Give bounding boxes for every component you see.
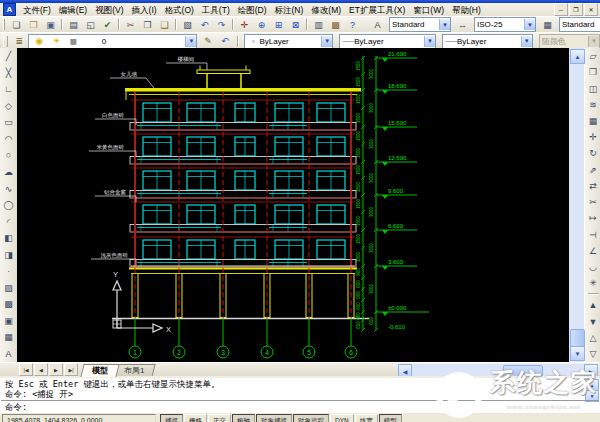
text-style-combo[interactable]: Standard ▼ xyxy=(389,17,451,32)
combo-arrow-icon[interactable]: ▼ xyxy=(521,36,532,47)
save-icon[interactable]: ▣ xyxy=(42,17,59,33)
trim-icon[interactable]: ✂ xyxy=(585,194,600,210)
menu-item[interactable]: 帮助(H) xyxy=(448,4,485,16)
combo-arrow-icon[interactable]: ▼ xyxy=(439,19,450,30)
status-toggle-模型[interactable]: 模型 xyxy=(379,414,402,422)
multiline-text-icon[interactable]: A xyxy=(0,346,17,363)
table-style-combo[interactable]: Standard xyxy=(559,17,600,32)
menu-item[interactable]: 绘图(D) xyxy=(234,4,271,16)
plot-preview-icon[interactable]: ◱ xyxy=(82,17,99,33)
extend-icon[interactable]: ↦ xyxy=(585,210,600,226)
fillet-icon[interactable]: ◡ xyxy=(585,259,600,275)
paste-icon[interactable]: ❑ xyxy=(156,17,173,33)
combo-arrow-icon[interactable]: ▼ xyxy=(524,19,535,30)
draworder-under-icon[interactable]: ▽ xyxy=(585,346,600,362)
elevation-marker[interactable] xyxy=(382,90,388,94)
elevation-marker[interactable] xyxy=(382,195,388,199)
rectangle-icon[interactable]: ▭ xyxy=(0,114,17,131)
open-icon[interactable]: ❒ xyxy=(25,17,42,33)
balcony-slab[interactable] xyxy=(130,225,356,233)
point-icon[interactable]: ∙ xyxy=(0,263,17,280)
explode-icon[interactable]: ✳ xyxy=(585,275,600,291)
chamfer-icon[interactable]: ∠ xyxy=(585,243,600,259)
color-combo[interactable]: ▫ ByLayer ▼ xyxy=(244,34,333,49)
horizontal-scrollbar[interactable]: ◀ ▶ xyxy=(398,364,598,376)
mirror-icon[interactable]: ◫ xyxy=(585,80,600,96)
tab-last-button[interactable]: ▶| xyxy=(64,363,78,376)
elevation-marker[interactable] xyxy=(382,230,388,234)
erase-icon[interactable]: ▱ xyxy=(585,48,600,64)
revision-cloud-icon[interactable]: ☁ xyxy=(0,164,17,181)
layers-icon[interactable]: ≣ xyxy=(11,33,28,49)
elevation-marker[interactable] xyxy=(382,162,388,166)
zoom-window-icon[interactable]: ⊞ xyxy=(270,17,287,33)
menu-item[interactable]: 插入(I) xyxy=(128,4,161,16)
menu-item[interactable]: 窗口(W) xyxy=(409,4,448,16)
copy-object-icon[interactable]: ❐ xyxy=(585,64,600,80)
copy-icon[interactable]: ❐ xyxy=(139,17,156,33)
elevation-marker[interactable] xyxy=(382,312,388,316)
status-toggle-线宽[interactable]: 线宽 xyxy=(355,414,378,422)
spline-icon[interactable]: ∿ xyxy=(0,180,17,197)
hatch-icon[interactable]: ▨ xyxy=(0,279,17,296)
draworder-above-icon[interactable]: △ xyxy=(585,330,600,346)
stretch-icon[interactable]: ⇄ xyxy=(585,178,600,194)
toolbar-grip[interactable] xyxy=(3,36,8,47)
polyline-icon[interactable]: ∟ xyxy=(0,81,17,98)
vertical-scroll-thumb[interactable] xyxy=(570,329,585,347)
status-toggle-极轴[interactable]: 极轴 xyxy=(232,414,255,422)
arc-icon[interactable]: ◠ xyxy=(0,131,17,148)
toolbar-grip[interactable] xyxy=(3,19,5,30)
layer-lock-icon[interactable]: ◼ xyxy=(65,33,82,49)
help-icon[interactable]: ? xyxy=(344,17,361,33)
tab-first-button[interactable]: |◀ xyxy=(19,363,33,376)
combo-arrow-icon[interactable]: ▼ xyxy=(321,36,332,47)
status-toggle-捕捉[interactable]: 捕捉 xyxy=(160,414,183,422)
layer-on-off-icon[interactable]: ◉ xyxy=(31,33,48,49)
tab-next-button[interactable]: ▶ xyxy=(49,363,63,376)
layer-color-swatch[interactable]: ▪ xyxy=(82,33,99,49)
status-toggle-正交[interactable]: 正交 xyxy=(208,414,231,422)
menu-item[interactable]: ET扩展工具(X) xyxy=(345,4,409,16)
linetype-combo[interactable]: ——— ByLayer ▼ xyxy=(339,34,436,49)
match-properties-icon[interactable]: ▧ xyxy=(179,17,196,33)
status-toggle-DYN[interactable]: DYN xyxy=(330,414,354,422)
elevation-marker[interactable] xyxy=(382,127,388,131)
balcony-slab[interactable] xyxy=(130,191,356,199)
spelling-icon[interactable]: ✔ xyxy=(99,17,116,33)
make-block-icon[interactable]: ◨ xyxy=(0,246,17,263)
pan-icon[interactable]: ✛ xyxy=(236,17,253,33)
balcony-slab[interactable] xyxy=(130,157,356,165)
ellipse-icon[interactable]: ◯ xyxy=(0,197,17,214)
tab-previous-button[interactable]: ◀ xyxy=(34,363,48,376)
combo-arrow-icon[interactable]: ▼ xyxy=(185,36,196,47)
minimize-window-button[interactable]: ─ xyxy=(554,3,568,16)
roof-bulkhead[interactable] xyxy=(197,66,250,89)
designcenter-icon[interactable]: ▩ xyxy=(327,17,344,33)
roof-cornice[interactable] xyxy=(125,88,361,92)
undo-icon[interactable]: ↶ xyxy=(196,17,213,33)
layer-previous-icon[interactable]: ↶ xyxy=(216,33,233,49)
menu-item[interactable]: 格式(O) xyxy=(161,4,198,16)
menu-item[interactable]: 工具(T) xyxy=(198,4,234,16)
menu-item[interactable]: 修改(M) xyxy=(307,4,345,16)
new-icon[interactable]: ❏ xyxy=(8,17,25,33)
move-icon[interactable]: ✛ xyxy=(585,129,600,145)
scroll-up-icon[interactable]: ▲ xyxy=(570,49,585,64)
draworder-back-icon[interactable]: ▼ xyxy=(585,313,600,329)
menu-item[interactable]: 标注(N) xyxy=(271,4,308,16)
leader-hook[interactable] xyxy=(146,78,154,88)
array-icon[interactable]: ▦ xyxy=(585,113,600,129)
restore-window-button[interactable]: ❐ xyxy=(569,3,583,16)
rotate-icon[interactable]: ↻ xyxy=(585,145,600,161)
scale-icon[interactable]: ⇗ xyxy=(585,162,600,178)
break-icon[interactable]: ⊣ xyxy=(585,226,600,242)
status-toggle-栅格[interactable]: 栅格 xyxy=(184,414,207,422)
properties-icon[interactable]: ▥ xyxy=(310,17,327,33)
elevation-marker[interactable] xyxy=(382,266,388,270)
menu-item[interactable]: 视图(V) xyxy=(91,4,127,16)
zoom-previous-icon[interactable]: ⊠ xyxy=(287,17,304,33)
lineweight-combo[interactable]: ——— ByLayer ▼ xyxy=(442,34,533,49)
dim-style-combo[interactable]: ISO-25 ▼ xyxy=(474,17,536,32)
zoom-realtime-icon[interactable]: ⊕ xyxy=(253,17,270,33)
